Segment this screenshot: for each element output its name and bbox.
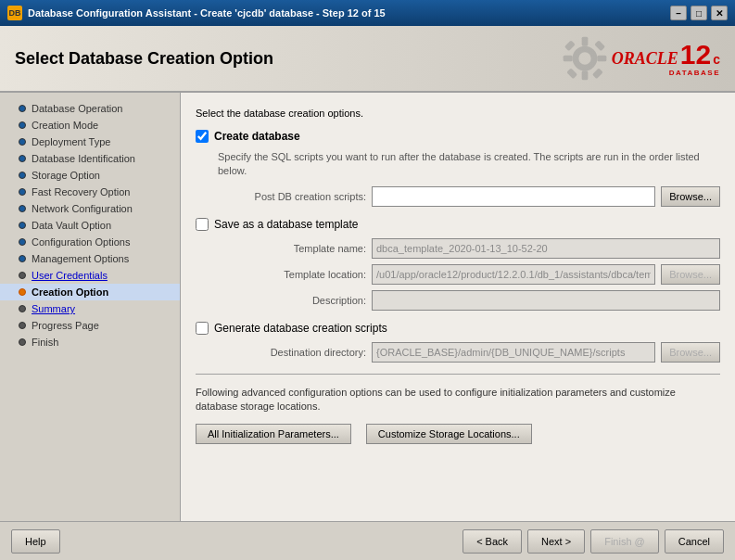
window-title: Database Configuration Assistant - Creat… (28, 7, 670, 19)
sidebar-dot (19, 188, 26, 196)
sidebar-item-progress-page[interactable]: Progress Page (0, 317, 180, 334)
all-init-params-button[interactable]: All Initialization Parameters... (196, 424, 351, 444)
create-database-row: Create database (196, 130, 720, 143)
description-row: Description: (218, 290, 720, 311)
header: Select Database Creation Option ORACLE 1… (0, 26, 735, 93)
advanced-text: Following advanced configuration options… (196, 386, 720, 414)
dest-dir-input (372, 342, 655, 363)
sidebar-item-summary[interactable]: Summary (0, 300, 180, 317)
oracle-brand-text: ORACLE (612, 49, 678, 69)
footer-left: Help (11, 529, 60, 554)
sidebar-dot (19, 255, 26, 262)
svg-rect-1 (581, 37, 588, 46)
post-script-browse-button[interactable]: Browse... (661, 186, 720, 207)
sidebar-dot (19, 305, 26, 312)
create-database-checkbox[interactable] (196, 130, 209, 143)
svg-rect-5 (564, 40, 576, 51)
svg-rect-3 (563, 56, 572, 62)
create-database-group: Create database Specify the SQL scripts … (196, 130, 720, 207)
create-database-label[interactable]: Create database (214, 130, 300, 143)
template-location-label: Template location: (218, 269, 366, 280)
sidebar-dot (19, 338, 26, 346)
save-template-checkbox[interactable] (196, 218, 209, 231)
sidebar-item-creation-option[interactable]: Creation Option (0, 284, 180, 300)
post-script-input[interactable] (372, 186, 655, 207)
dest-dir-label: Destination directory: (218, 347, 366, 358)
sidebar-item-fast-recovery-option[interactable]: Fast Recovery Option (0, 184, 180, 200)
content-area: Database Operation Creation Mode Deploym… (0, 93, 735, 521)
svg-rect-6 (594, 40, 605, 51)
sidebar: Database Operation Creation Mode Deploym… (0, 93, 181, 521)
app-icon-text: DB (9, 8, 21, 18)
sidebar-item-management-options[interactable]: Management Options (0, 250, 180, 267)
back-button[interactable]: < Back (463, 529, 522, 554)
sidebar-item-finish[interactable]: Finish (0, 334, 180, 350)
sidebar-item-database-operation[interactable]: Database Operation (0, 100, 180, 117)
main-panel: Select the database creation options. Cr… (181, 93, 735, 521)
next-button[interactable]: Next > (527, 529, 585, 554)
gear-icon (562, 35, 608, 82)
sidebar-item-network-configuration[interactable]: Network Configuration (0, 200, 180, 217)
sidebar-item-data-vault-option[interactable]: Data Vault Option (0, 217, 180, 234)
svg-rect-4 (597, 56, 606, 62)
sidebar-dot-active (19, 288, 26, 296)
advanced-buttons: All Initialization Parameters... Customi… (196, 424, 720, 444)
generate-scripts-indent: Destination directory: Browse... (218, 342, 720, 363)
page-title: Select Database Creation Option (15, 49, 273, 69)
save-template-row: Save as a database template (196, 218, 720, 231)
sidebar-dot (19, 322, 26, 329)
svg-rect-2 (581, 70, 588, 80)
template-location-row: Template location: Browse... (218, 264, 720, 285)
sidebar-item-user-credentials[interactable]: User Credentials (0, 267, 180, 284)
create-database-indent: Specify the SQL scripts you want to run … (218, 150, 720, 207)
template-name-row: Template name: (218, 238, 720, 259)
sidebar-dot (19, 138, 26, 146)
sidebar-item-storage-option[interactable]: Storage Option (0, 167, 180, 184)
oracle-logo: ORACLE 12 c DATABASE (562, 35, 720, 82)
generate-scripts-label[interactable]: Generate database creation scripts (214, 322, 387, 335)
template-name-input (372, 238, 720, 259)
description-input (372, 290, 720, 311)
sidebar-dot (19, 205, 26, 212)
sidebar-item-deployment-type[interactable]: Deployment Type (0, 134, 180, 150)
sidebar-dot (19, 238, 26, 246)
create-database-description: Specify the SQL scripts you want to run … (218, 150, 720, 179)
sidebar-item-creation-mode[interactable]: Creation Mode (0, 117, 180, 134)
svg-point-0 (576, 49, 594, 68)
sidebar-item-configuration-options[interactable]: Configuration Options (0, 234, 180, 250)
generate-scripts-checkbox[interactable] (196, 322, 209, 335)
oracle-c-text: c (713, 52, 720, 67)
svg-rect-8 (592, 68, 603, 79)
post-script-label: Post DB creation scripts: (218, 191, 366, 202)
description-label: Description: (218, 295, 366, 306)
oracle-db-label: DATABASE (669, 69, 720, 77)
post-script-row: Post DB creation scripts: Browse... (218, 186, 720, 207)
dest-browse-button: Browse... (661, 342, 720, 363)
close-button[interactable]: ✕ (711, 6, 728, 20)
footer-right: < Back Next > Finish @ Cancel (463, 529, 724, 554)
oracle-version-text: 12 (680, 41, 711, 69)
title-bar: DB Database Configuration Assistant - Cr… (0, 0, 735, 26)
app-icon: DB (7, 6, 22, 20)
minimize-button[interactable]: – (670, 6, 687, 20)
sidebar-dot (19, 105, 26, 112)
sidebar-dot (19, 155, 26, 162)
maximize-button[interactable]: □ (691, 6, 707, 20)
sidebar-item-database-identification[interactable]: Database Identification (0, 150, 180, 167)
generate-scripts-group: Generate database creation scripts Desti… (196, 322, 720, 363)
window-controls: – □ ✕ (670, 6, 728, 20)
template-browse-button: Browse... (661, 264, 720, 285)
finish-button: Finish @ (590, 529, 659, 554)
dest-dir-row: Destination directory: Browse... (218, 342, 720, 363)
sidebar-dot (19, 121, 26, 129)
generate-scripts-row: Generate database creation scripts (196, 322, 720, 335)
sidebar-dot (19, 172, 26, 179)
cancel-button[interactable]: Cancel (665, 529, 724, 554)
svg-rect-7 (566, 68, 577, 79)
customize-storage-button[interactable]: Customize Storage Locations... (366, 424, 532, 444)
sidebar-dot (19, 222, 26, 229)
save-template-group: Save as a database template Template nam… (196, 218, 720, 311)
template-location-input (372, 264, 655, 285)
help-button[interactable]: Help (11, 529, 60, 554)
save-template-label[interactable]: Save as a database template (214, 218, 358, 231)
